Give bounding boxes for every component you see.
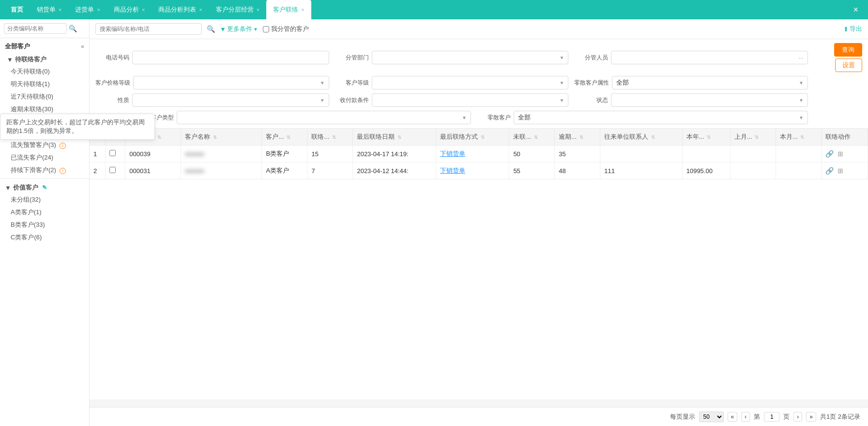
- th-last-contact-date[interactable]: 最后联络日期 ⇅: [353, 129, 436, 146]
- phone-input[interactable]: [132, 51, 329, 64]
- action-link-icon-2[interactable]: 🔗: [825, 167, 834, 175]
- close-all-button[interactable]: ×: [847, 5, 864, 15]
- td-unit-contact-2: 111: [600, 162, 682, 179]
- sidebar-item-class-c[interactable]: C类客户(6): [0, 231, 89, 244]
- filter-cell-scatter-customer: 零散客户 全部 ▼: [477, 111, 808, 124]
- th-last-contact-method[interactable]: 最后联络方式 ⇅: [436, 129, 509, 146]
- tab-purchase-order[interactable]: 进货单 ×: [68, 0, 107, 19]
- sidebar-item-already-lost[interactable]: 已流失客户(24): [0, 151, 89, 164]
- horizontal-scrollbar[interactable]: [90, 399, 868, 407]
- dept-select[interactable]: ▼: [372, 51, 569, 64]
- action-grid-icon-1[interactable]: ⊞: [838, 150, 843, 158]
- sidebar-item-today-contact[interactable]: 今天待联络(0): [0, 65, 89, 78]
- price-level-select[interactable]: ▼: [133, 76, 329, 89]
- th-name[interactable]: 客户名称 ⇅: [181, 129, 262, 146]
- status-select[interactable]: ▼: [611, 93, 808, 107]
- th-this-month[interactable]: 本月... ⇅: [776, 129, 821, 146]
- tab-product-analysis-list[interactable]: 商品分析列表 ×: [152, 0, 209, 19]
- tab-sales-close[interactable]: ×: [59, 7, 61, 13]
- th-type[interactable]: 客户... ⇅: [262, 129, 307, 146]
- scatter-customer-select[interactable]: 全部 ▼: [514, 111, 808, 124]
- last-page-button[interactable]: »: [806, 412, 816, 422]
- query-button[interactable]: 查询: [834, 43, 862, 57]
- all-customers-label: 全部客户: [5, 42, 30, 51]
- last-method-link-2[interactable]: 下销货单: [440, 167, 465, 174]
- customer-level-select[interactable]: ▼: [372, 76, 569, 89]
- scatter-attr-arrow: ▼: [799, 80, 804, 86]
- tab-customer-contact[interactable]: 客户联络 ×: [266, 0, 311, 19]
- sidebar-collapse-button[interactable]: «: [81, 43, 84, 50]
- filter-cell-customer-level: 客户等级 ▼: [335, 76, 569, 89]
- td-checkbox-2: [105, 162, 125, 179]
- sidebar-item-tomorrow-contact[interactable]: 明天待联络(1): [0, 78, 89, 90]
- sidebar-item-unsorted[interactable]: 未分组(32): [0, 193, 89, 206]
- search-input[interactable]: [95, 23, 202, 35]
- sidebar-search-input[interactable]: [4, 23, 67, 34]
- person-select[interactable]: ···: [611, 51, 808, 64]
- settings-button[interactable]: 设置: [835, 59, 862, 72]
- per-page-select[interactable]: 50 10 20 100: [699, 411, 724, 422]
- tab-home-label: 首页: [11, 5, 23, 14]
- status-arrow: ▼: [799, 98, 804, 103]
- td-name-1[interactable]: ■■■■■: [181, 146, 262, 162]
- page-number-input[interactable]: [764, 412, 779, 422]
- th-overdue[interactable]: 逾期... ⇅: [555, 129, 600, 146]
- tab-customer-layered-label: 客户分层经营: [216, 5, 254, 14]
- tab-customer-layered-close[interactable]: ×: [257, 7, 259, 13]
- tab-product-analysis[interactable]: 商品分析 ×: [107, 0, 152, 19]
- tab-purchase-close[interactable]: ×: [97, 7, 100, 13]
- more-conditions-button[interactable]: ▼ 更多条件 ▼: [220, 25, 258, 33]
- tab-sales-order[interactable]: 销货单 ×: [30, 0, 68, 19]
- filter-search-icon[interactable]: 🔍: [207, 25, 215, 33]
- td-this-month-2: [776, 162, 821, 179]
- sidebar-item-7day-contact[interactable]: 近7天待联络(0): [0, 90, 89, 103]
- status-label: 状态: [574, 96, 608, 104]
- export-label: 导出: [850, 25, 862, 33]
- tab-home[interactable]: 首页: [4, 0, 30, 19]
- tooltip-text: 距客户上次交易时长，超过了此客户的平均交易周期的1.5倍，则视为异常。: [6, 118, 90, 134]
- td-last-date-1: 2023-04-17 14:19:: [353, 146, 436, 162]
- sidebar-item-lost-potential[interactable]: 流失预警客户(3) i: [0, 139, 89, 151]
- filter-cell-price-level: 客户价格等级 ▼: [95, 76, 329, 89]
- payment-select[interactable]: ▼: [372, 93, 569, 107]
- more-conditions-label: 更多条件: [227, 25, 252, 33]
- value-edit-icon[interactable]: ✎: [42, 184, 47, 191]
- td-last-method-2[interactable]: 下销货单: [436, 162, 509, 179]
- th-last-month[interactable]: 上月... ⇅: [730, 129, 776, 146]
- action-grid-icon-2[interactable]: ⊞: [838, 167, 843, 175]
- export-icon: ⬆: [843, 26, 849, 33]
- nature-select[interactable]: ▼: [132, 93, 329, 107]
- next-page-button[interactable]: ›: [793, 412, 802, 422]
- td-last-method-1[interactable]: 下销货单: [436, 146, 509, 162]
- sidebar-item-continuous-drop[interactable]: 持续下滑客户(2) i: [0, 164, 89, 176]
- customer-type-select[interactable]: ▼: [177, 111, 471, 124]
- prev-page-button[interactable]: ‹: [741, 412, 750, 422]
- action-link-icon-1[interactable]: 🔗: [825, 150, 834, 158]
- filter-bar: 🔍 ▼ 更多条件 ▼ 我分管的客户 ⬆ 导出: [90, 19, 868, 39]
- overdue-sort-icon: ⇅: [579, 134, 583, 140]
- sidebar-item-class-a[interactable]: A类客户(1): [0, 206, 89, 219]
- th-last-month-label: 上月...: [734, 133, 752, 140]
- last-method-link-1[interactable]: 下销货单: [440, 150, 465, 157]
- th-unit-contact[interactable]: 往来单位联系人 ⇅: [600, 129, 682, 146]
- export-button[interactable]: ⬆ 导出: [843, 25, 862, 33]
- class-c-label: C类客户(6): [11, 234, 42, 241]
- tab-product-list-close[interactable]: ×: [199, 7, 202, 13]
- sidebar-search-icon[interactable]: 🔍: [69, 25, 77, 32]
- my-customers-checkbox[interactable]: [263, 26, 269, 32]
- tab-customer-contact-close[interactable]: ×: [301, 7, 304, 13]
- sidebar-item-class-b[interactable]: B类客户(33): [0, 219, 89, 231]
- row1-checkbox[interactable]: [109, 150, 116, 156]
- td-checkbox-1: [105, 146, 125, 162]
- tab-product-analysis-close[interactable]: ×: [142, 7, 145, 13]
- first-page-button[interactable]: «: [728, 412, 738, 422]
- th-no-contact[interactable]: 未联... ⇅: [509, 129, 555, 146]
- scatter-attr-select[interactable]: 全部 ▼: [612, 76, 808, 89]
- td-name-2[interactable]: ■■■■■: [181, 162, 262, 179]
- th-contact[interactable]: 联络... ⇅: [307, 129, 353, 146]
- tab-customer-layered[interactable]: 客户分层经营 ×: [209, 0, 266, 19]
- th-this-year[interactable]: 本年... ⇅: [682, 129, 730, 146]
- table-row: 1 000039 ■■■■■ B类客户 15 2023-04-17 14:19:…: [90, 146, 868, 162]
- row2-checkbox[interactable]: [109, 167, 116, 173]
- customer-level-arrow: ▼: [559, 80, 564, 86]
